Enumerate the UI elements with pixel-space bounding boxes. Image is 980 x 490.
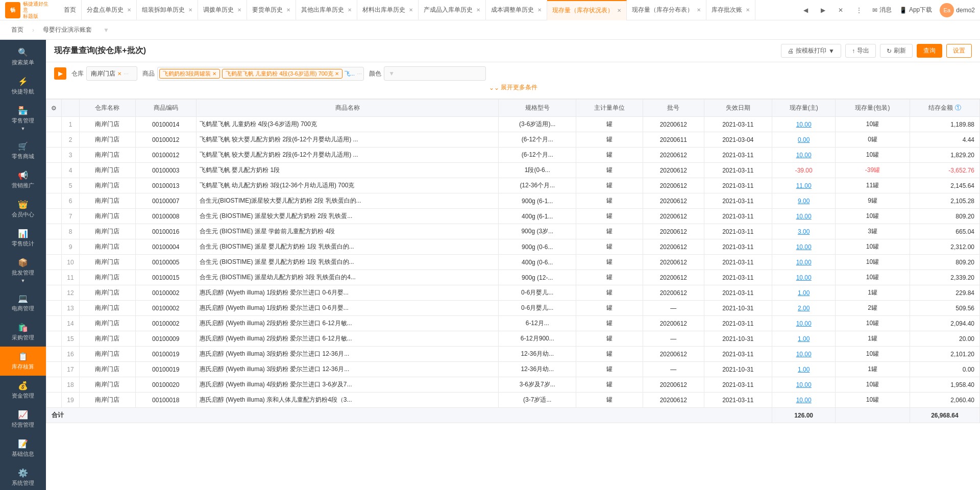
tab-prev-button[interactable]: ◀ [801,0,811,20]
sidebar-item-采购管理[interactable]: 🛍️ 采购管理 [0,317,46,347]
tab-11[interactable]: 库存批次账✕ [706,0,755,20]
tab-4[interactable]: 要货单历史✕ [247,0,296,20]
goods-input[interactable]: 飞鹤奶粉3段两罐装 ✕ 飞鹤星飞帆 儿童奶粉 4段(3-6岁适用) 700克 ✕… [157,67,364,81]
tab-label-3: 调拨单历史 [203,6,234,14]
message-button[interactable]: ✉ 消息 [872,6,892,14]
table-row: 11 南岸门店 00100015 合生元 (BIOSTIME) 派星幼儿配方奶粉… [46,270,980,285]
goods-filter: 商品 飞鹤奶粉3段两罐装 ✕ 飞鹤星飞帆 儿童奶粉 4段(3-6岁适用) 700… [142,67,364,81]
color-input[interactable]: ▼ [384,66,486,81]
goods-tag-1[interactable]: 飞鹤奶粉3段两罐装 ✕ [159,69,220,79]
logo-area: 畅 畅捷通好生意 标题版 [5,1,51,19]
tab-close-3[interactable]: ✕ [237,7,241,13]
goods-tag-2[interactable]: 飞鹤星飞帆 儿童奶粉 4段(3-6岁适用) 700克 ✕ [222,69,342,79]
top-right: ✉ 消息 📱 App下载 Ea demo2 [872,3,975,17]
content-area: 现存量查询(按仓库+批次) 🖨 按模板打印 ▼ ↑ 导出 ↻ 刷新 查询 [46,40,980,490]
table-row: 7 南岸门店 00100008 合生元 (BIOSTIME) 派星较大婴儿配方奶… [46,209,980,224]
tab-close-8[interactable]: ✕ [537,7,542,13]
expand-more-button[interactable]: ⌄⌄ 展开更多条件 [54,83,972,92]
tab-label-1: 分盘点单历史 [87,6,124,14]
filter-toggle[interactable]: ▶ [54,67,66,80]
tab-label-11: 库存批次账 [712,6,742,14]
app-download-button[interactable]: 📱 App下载 [899,6,932,14]
tab-close-4[interactable]: ✕ [286,7,290,13]
sidebar-label-9: 采购管理 [12,334,34,341]
query-button[interactable]: 查询 [917,44,942,58]
tab-menu-button[interactable]: ⋮ [853,0,865,20]
sidebar-item-基础信息[interactable]: 📝 基础信息 [0,434,46,463]
tab-close-11[interactable]: ✕ [746,7,750,13]
avatar: Ea [940,3,954,17]
sidebar-item-系统管理[interactable]: ⚙️ 系统管理 [0,463,46,490]
table-row: 9 南岸门店 00100004 合生元 (BIOSTIME) 派星 婴儿配方奶粉… [46,239,980,255]
table-row: 13 南岸门店 00100002 惠氏启醇 (Wyeth illuma) 1段奶… [46,301,980,316]
sidebar-item-电商管理[interactable]: 💻 电商管理 [0,288,46,317]
tab-label-7: 产成品入库单历史 [424,6,473,14]
tab-close-7[interactable]: ✕ [476,7,480,13]
sidebar-item-零售管理[interactable]: 🏪 零售管理 ▼ [0,101,46,136]
tab-1[interactable]: 分盘点单历史✕ [82,0,137,20]
table-container: ⚙ 仓库名称 商品编码 商品名称 规格型号 主计量单位 批号 失效日期 现存量(… [46,99,980,490]
filter-area: ▶ 仓库 南岸门店 ✕ ··· 商品 飞鹤奶粉3段两罐装 ✕ [46,62,980,99]
tab-0[interactable]: 首页 [59,0,82,20]
printer-icon: 🖨 [788,47,794,55]
tab-close-button[interactable]: ✕ [836,0,846,20]
tab-close-9[interactable]: ✕ [617,8,621,13]
sidebar-item-会员中心[interactable]: 👑 会员中心 [0,194,46,224]
tab-close-6[interactable]: ✕ [409,7,413,13]
table-row: 8 南岸门店 00100016 合生元 (BIOSTIME) 派星 学龄前儿童配… [46,224,980,239]
sidebar-item-经营管理[interactable]: 📈 经营管理 [0,405,46,434]
sidebar-item-零售商城[interactable]: 🛒 零售商城 [0,136,46,165]
tab-close-1[interactable]: ✕ [127,7,131,13]
sidebar-item-资金管理[interactable]: 💰 资金管理 [0,376,46,405]
goods-more[interactable]: 飞... [345,70,355,78]
tab-9[interactable]: 现存量（库存状况表）✕ [547,0,627,20]
sidebar-icon-8: 💻 [18,293,28,303]
message-icon: ✉ [872,7,877,14]
sidebar-item-快捷导航[interactable]: ⚡ 快捷导航 [0,71,46,101]
tab-label-10: 现存量（库存分布表） [632,6,693,14]
table-header: ⚙ 仓库名称 商品编码 商品名称 规格型号 主计量单位 批号 失效日期 现存量(… [46,100,980,117]
nav-home[interactable]: 首页 [5,20,30,40]
sidebar-icon-6: 📊 [18,229,28,238]
refresh-icon: ↻ [887,47,892,55]
col-settings[interactable]: ⚙ [46,100,62,117]
tab-6[interactable]: 材料出库单历史✕ [357,0,419,20]
export-button[interactable]: ↑ 导出 [845,44,876,58]
sidebar-label-5: 会员中心 [12,211,34,218]
sidebar-item-营销推广[interactable]: 📢 营销推广 [0,165,46,194]
tab-close-10[interactable]: ✕ [697,7,701,13]
tab-10[interactable]: 现存量（库存分布表）✕ [627,0,706,20]
tab-close-2[interactable]: ✕ [188,7,192,13]
sidebar-icon-1: ⚡ [18,77,28,86]
table-row: 10 南岸门店 00100005 合生元 (BIOSTIME) 派星 婴儿配方奶… [46,255,980,270]
col-code: 商品编码 [135,100,196,117]
user-menu-button[interactable]: Ea demo2 [940,3,975,17]
tab-7[interactable]: 产成品入库单历史✕ [419,0,486,20]
col-warehouse: 仓库名称 [80,100,136,117]
col-index [62,100,80,117]
tab-next-button[interactable]: ▶ [818,0,828,20]
settings-button[interactable]: 设置 [946,44,972,58]
settings-icon[interactable]: ⚙ [51,105,57,112]
sidebar-item-库存核算[interactable]: 📋 库存核算 [0,347,46,376]
table-row: 1 南岸门店 00100014 飞鹤星飞帆 儿童奶粉 4段(3-6岁适用) 70… [46,117,980,132]
main-layout: 🔍 搜索菜单 ⚡ 快捷导航 🏪 零售管理 ▼ 🛒 零售商城 📢 营销推广 👑 会… [0,40,980,490]
tab-8[interactable]: 成本调整单历史✕ [486,0,547,20]
sidebar-item-搜索菜单[interactable]: 🔍 搜索菜单 [0,42,46,71]
table-row: 3 南岸门店 00100012 飞鹤星飞帆 较大婴儿配方奶粉 2段(6-12个月… [46,148,980,163]
tab-5[interactable]: 其他出库单历史✕ [296,0,357,20]
refresh-button[interactable]: ↻ 刷新 [880,44,913,58]
chevron-down-icon: ⌄⌄ [489,84,499,91]
tab-label-9: 现存量（库存状况表） [552,6,614,15]
col-name: 商品名称 [196,100,499,117]
color-label: 颜色 [369,69,381,78]
logo-icon: 畅 [5,2,20,18]
tab-close-5[interactable]: ✕ [348,7,352,13]
tab-3[interactable]: 调拨单历史✕ [198,0,247,20]
nav-account[interactable]: 母婴行业演示账套 [37,20,98,40]
sidebar-item-批发管理[interactable]: 📦 批发管理 ▼ [0,253,46,288]
warehouse-input[interactable]: 南岸门店 ✕ ··· [86,66,137,81]
print-button[interactable]: 🖨 按模板打印 ▼ [781,44,841,58]
sidebar-item-零售统计[interactable]: 📊 零售统计 [0,224,46,253]
tab-2[interactable]: 组装拆卸单历史✕ [137,0,198,20]
